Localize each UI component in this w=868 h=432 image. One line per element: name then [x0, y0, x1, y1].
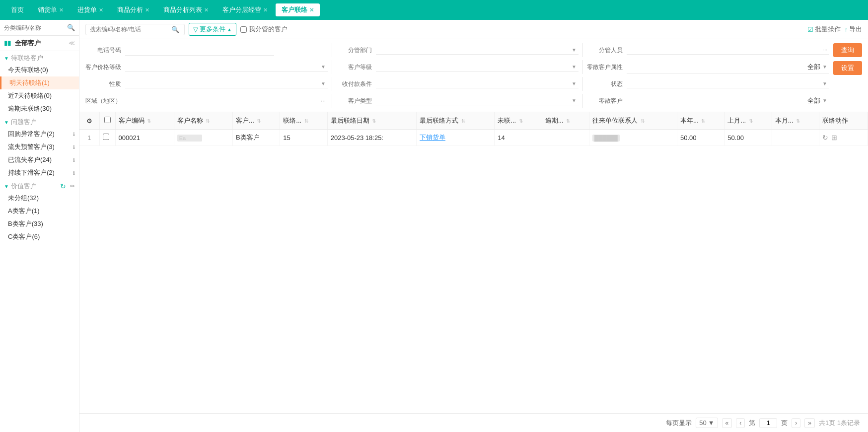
last-page-button[interactable]: »: [804, 418, 815, 428]
filter-nature-select[interactable]: ▼: [125, 79, 328, 88]
sidebar-all-customers[interactable]: ▮▮ 全部客户 ≪: [0, 36, 79, 51]
search-input[interactable]: [90, 26, 169, 33]
page-label: 第: [749, 419, 755, 428]
reset-button[interactable]: 设置: [833, 61, 862, 75]
th-last-date[interactable]: 最后联络日期 ⇅: [327, 112, 416, 130]
filter-customer-type-select[interactable]: ▼: [376, 96, 579, 105]
page-label-end: 页: [781, 419, 788, 428]
nav-home[interactable]: 首页: [5, 3, 30, 16]
first-page-button[interactable]: «: [722, 418, 732, 428]
nav-purchase[interactable]: 进货单 ✕: [72, 3, 109, 16]
sidebar-item-abnormal[interactable]: 回购异常客户(2) ℹ: [0, 128, 79, 141]
filter-dept-select[interactable]: ▼: [376, 46, 579, 55]
sidebar-item-ungrouped[interactable]: 未分组(32): [0, 192, 79, 205]
filter-scatter-label: 零散客户: [587, 97, 627, 105]
nav-close-customer-contact[interactable]: ✕: [309, 7, 314, 13]
filter-nature-label: 性质: [85, 80, 125, 88]
th-gear[interactable]: ⚙: [79, 112, 99, 130]
sidebar-search-input[interactable]: [4, 24, 65, 31]
filter-status-select[interactable]: ▼: [627, 79, 829, 88]
page-size-select[interactable]: 50 ▼: [696, 418, 718, 428]
td-name: Ea: [174, 130, 232, 146]
sidebar-group-pending: ▼ 待联络客户: [0, 51, 79, 64]
filter-price-level: 客户价格等级 ▼: [85, 63, 328, 72]
my-customers-checkbox[interactable]: [240, 26, 247, 33]
th-last-method[interactable]: 最后联络方式 ⇅: [417, 112, 495, 130]
filter-person: 分管人员 ···: [587, 46, 829, 55]
value-refresh-icon[interactable]: ↻: [60, 182, 66, 190]
nav-close-analysis-list[interactable]: ✕: [204, 7, 209, 13]
info-icon-lost: ℹ: [73, 157, 75, 163]
sidebar-item-declining[interactable]: 持续下滑客户(2) ℹ: [0, 166, 79, 179]
page-number-input[interactable]: [759, 418, 777, 428]
td-type: B类客户: [232, 130, 280, 146]
filter-scatter-select[interactable]: 全部 ▼: [627, 95, 829, 107]
select-all-checkbox[interactable]: [104, 117, 111, 123]
nav-close-customer-mgmt[interactable]: ✕: [263, 7, 268, 13]
nav-close-analysis[interactable]: ✕: [145, 7, 149, 13]
filter-scatter: 零散客户 全部 ▼: [587, 95, 829, 107]
th-uncontacted[interactable]: 未联... ⇅: [495, 112, 542, 130]
filter-icon: ▽: [193, 26, 198, 33]
table-header-row: ⚙ 客户编码 ⇅ 客户名称 ⇅ 客户... ⇅: [79, 112, 868, 130]
prev-page-button[interactable]: ‹: [736, 418, 745, 428]
batch-button[interactable]: ☑ 批量操作: [807, 25, 841, 34]
th-this-month[interactable]: 本月... ⇅: [772, 112, 819, 130]
th-last-month[interactable]: 上月... ⇅: [724, 112, 772, 130]
filter-customer-level: 客户等级 ▼: [336, 63, 579, 72]
more-filter-button[interactable]: ▽ 更多条件 ▲: [189, 23, 236, 36]
table-wrap: ⚙ 客户编码 ⇅ 客户名称 ⇅ 客户... ⇅: [79, 112, 868, 413]
last-method-link[interactable]: 下销货单: [420, 134, 445, 141]
refresh-action-icon[interactable]: ↻: [822, 134, 828, 142]
sidebar-item-overdue[interactable]: 逾期未联络(30): [0, 102, 79, 115]
nav-customer-mgmt[interactable]: 客户分层经营 ✕: [217, 3, 274, 16]
region-dots-icon: ···: [321, 97, 326, 104]
sidebar-item-classA[interactable]: A类客户(1): [0, 205, 79, 217]
filter-region-select[interactable]: ···: [125, 96, 328, 106]
nav-customer-contact[interactable]: 客户联络 ✕: [276, 3, 320, 16]
sidebar-item-lost[interactable]: 已流失客户(24) ℹ: [0, 153, 79, 166]
nav-analysis[interactable]: 商品分析 ✕: [111, 3, 155, 16]
filter-customer-level-select[interactable]: ▼: [376, 63, 579, 72]
filter-scatter-attr-select[interactable]: 全部 ▼: [627, 61, 829, 73]
my-customers-checkbox-label[interactable]: 我分管的客户: [240, 25, 288, 34]
grid-action-icon[interactable]: ⊞: [831, 134, 837, 142]
th-contact[interactable]: 联络... ⇅: [280, 112, 327, 130]
page-size-chevron-icon: ▼: [708, 419, 715, 427]
sidebar-group-value: ▼ 价值客户 ↻ ✏: [0, 179, 79, 192]
sort-this-year-icon: ⇅: [701, 118, 705, 124]
th-this-year[interactable]: 本年... ⇅: [677, 112, 724, 130]
filter-person-select[interactable]: ···: [627, 46, 829, 55]
filter-payment-select[interactable]: ▼: [376, 79, 579, 88]
sidebar-item-classB[interactable]: B类客户(33): [0, 217, 79, 230]
export-button[interactable]: ↑ 导出: [845, 25, 863, 34]
td-overdue: [542, 130, 589, 146]
sidebar-item-lost-risk[interactable]: 流失预警客户(3) ℹ: [0, 141, 79, 153]
nav-close-purchase[interactable]: ✕: [99, 7, 103, 13]
nav-close-sales[interactable]: ✕: [59, 7, 64, 13]
th-overdue[interactable]: 逾期... ⇅: [542, 112, 589, 130]
th-unit-contact[interactable]: 往来单位联系人 ⇅: [589, 112, 677, 130]
th-type[interactable]: 客户... ⇅: [232, 112, 280, 130]
th-code[interactable]: 客户编码 ⇅: [115, 112, 174, 130]
gear-settings-icon[interactable]: ⚙: [86, 117, 92, 125]
filter-phone-input[interactable]: [125, 45, 274, 56]
nav-sales[interactable]: 销货单 ✕: [32, 3, 70, 16]
nav-analysis-list[interactable]: 商品分析列表 ✕: [157, 3, 215, 16]
search-icon[interactable]: 🔍: [171, 26, 179, 33]
sidebar-search-icon[interactable]: 🔍: [67, 24, 75, 31]
sidebar-collapse-icon[interactable]: ≪: [69, 40, 75, 47]
filter-scatter-attr: 零散客户属性 全部 ▼: [587, 61, 829, 73]
filter-price-level-select[interactable]: ▼: [125, 63, 328, 72]
th-name[interactable]: 客户名称 ⇅: [174, 112, 232, 130]
sidebar-item-classC[interactable]: C类客户(6): [0, 230, 79, 243]
sidebar-item-today[interactable]: 今天待联络(0): [0, 64, 79, 76]
sidebar-item-tomorrow[interactable]: 明天待联络(1): [0, 76, 79, 89]
td-last-method[interactable]: 下销货单: [417, 130, 495, 146]
value-edit-icon[interactable]: ✏: [70, 183, 75, 190]
price-level-chevron-icon: ▼: [321, 64, 326, 70]
sidebar-item-week7[interactable]: 近7天待联络(0): [0, 89, 79, 102]
next-page-button[interactable]: ›: [792, 418, 800, 428]
row-checkbox[interactable]: [103, 134, 109, 140]
query-button[interactable]: 查询: [833, 43, 862, 57]
